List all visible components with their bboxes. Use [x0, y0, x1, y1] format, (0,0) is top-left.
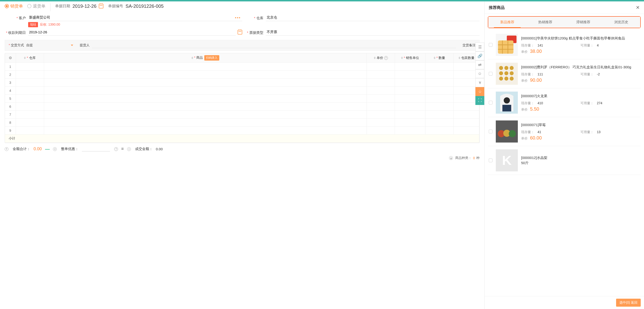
product-item[interactable]: [00000071]草莓现存量：41可用量：13单价60.00	[488, 117, 641, 146]
final-icon: ⊙	[127, 147, 131, 151]
selected-return-button[interactable]: 选中(0) 返回	[616, 299, 641, 307]
table-row[interactable]: 3	[5, 79, 479, 87]
col-warehouse[interactable]: 仓库	[29, 56, 36, 60]
customer-label: 客户	[19, 16, 26, 20]
table-row[interactable]: 9	[5, 127, 479, 135]
final-label: 成交金额：	[135, 147, 153, 151]
return-order-label: 退货单	[33, 3, 46, 9]
table-row[interactable]: 1	[5, 63, 479, 71]
pay-now-badge: 现结	[28, 22, 38, 27]
product-title: [0000002]费列罗（FERRERO） 巧克力礼盒装生日礼物礼盒装01-30…	[521, 65, 640, 70]
product-item[interactable]: K[0000012]水晶梨50斤	[488, 146, 641, 175]
customer-input[interactable]	[28, 14, 242, 21]
svg-rect-1	[498, 40, 513, 54]
currency-icon: ¥	[5, 147, 8, 151]
svg-point-11	[510, 77, 514, 81]
doc-type-selector: 销货单 退货单	[5, 3, 50, 11]
product-avail: 13	[597, 130, 600, 134]
tab-1[interactable]: 热销推荐	[526, 17, 564, 28]
col-product[interactable]: 商品	[196, 56, 203, 59]
total-value: 0.00	[34, 147, 42, 151]
delivery-method-value: 自提	[26, 43, 33, 48]
picker-input[interactable]	[92, 43, 456, 48]
product-checkbox[interactable]	[489, 158, 492, 162]
product-item[interactable]: [0000001]华美华夫软饼1200g 糕点零食小吃手撕面包早餐休闲食品现存量…	[488, 31, 641, 59]
doc-no-label: 单据编号	[108, 4, 123, 9]
final-value: 0.00	[156, 147, 163, 151]
table-row[interactable]: 6	[5, 103, 479, 111]
svg-point-6	[499, 71, 503, 75]
customer-lookup-icon[interactable]: •••	[235, 16, 241, 21]
product-item[interactable]: [0000007]火龙果现存量：410可用量：274单价5.50	[488, 88, 641, 117]
tab-0[interactable]: 新品推荐	[488, 17, 526, 28]
svg-point-4	[504, 66, 508, 70]
tool-refresh-icon[interactable]: ⇄	[476, 60, 484, 69]
svg-point-7	[504, 71, 508, 75]
product-price: 60.00	[530, 135, 542, 141]
tool-money-icon[interactable]: ￥	[476, 78, 484, 87]
product-checkbox[interactable]	[489, 130, 492, 133]
help-icon[interactable]: ?	[384, 56, 388, 60]
product-title: [0000001]华美华夫软饼1200g 糕点零食小吃手撕面包早餐休闲食品	[521, 36, 640, 41]
product-avail: -2	[597, 72, 600, 77]
scan-entry-button[interactable]: 扫码录入	[204, 55, 219, 61]
delivery-note-label: 交货备注	[462, 43, 476, 48]
kinds-value: 0	[473, 156, 475, 160]
calendar-icon[interactable]	[99, 4, 104, 9]
radio-icon	[27, 4, 32, 8]
product-title: [0000007]火龙果	[521, 94, 640, 99]
table-row[interactable]: 5	[5, 95, 479, 103]
doc-date-value[interactable]: 2019-12-26	[72, 4, 96, 9]
product-checkbox[interactable]	[489, 101, 492, 105]
close-icon[interactable]: ✕	[636, 5, 640, 10]
svg-text:K: K	[502, 153, 512, 168]
col-price[interactable]: 单价	[377, 56, 383, 60]
tab-3[interactable]: 浏览历史	[602, 17, 640, 28]
product-avail: 274	[597, 101, 602, 105]
table-row[interactable]: 7	[5, 111, 479, 119]
tab-2[interactable]: 滞销推荐	[564, 17, 602, 28]
calendar-icon[interactable]	[238, 30, 242, 35]
table-row[interactable]: 2	[5, 71, 479, 79]
col-unit[interactable]: 销售单位	[406, 56, 419, 60]
product-stock: 111	[538, 72, 543, 77]
product-title: [0000012]水晶梨	[521, 155, 640, 161]
gear-icon[interactable]: ⚙	[9, 56, 12, 60]
discount-icon: ⊘	[53, 147, 57, 151]
help-icon[interactable]: ?	[114, 147, 118, 151]
kinds-suffix: 种	[476, 156, 480, 160]
col-qty[interactable]: 数量	[438, 56, 445, 60]
svg-point-9	[499, 77, 503, 81]
tool-link-icon[interactable]: 🔗	[476, 52, 484, 60]
return-order-radio[interactable]: 退货单	[27, 3, 46, 9]
product-thumbnail	[496, 92, 518, 114]
product-checkbox[interactable]	[489, 72, 492, 76]
due-date-input[interactable]	[28, 29, 236, 36]
table-row[interactable]: 8	[5, 119, 479, 127]
invoice-type-label: 票据类型	[249, 31, 263, 35]
product-item[interactable]: [0000002]费列罗（FERRERO） 巧克力礼盒装生日礼物礼盒装01-30…	[488, 59, 641, 88]
col-pack-qty[interactable]: 包装数量	[461, 56, 474, 60]
tool-star-icon[interactable]: ☆	[476, 87, 484, 96]
doc-no-value: SA-20191226-005	[126, 4, 164, 9]
tool-expand-icon[interactable]: ⛶	[476, 96, 484, 105]
tool-person-icon[interactable]: ☺	[476, 69, 484, 78]
tool-doc-icon[interactable]: ☰	[476, 43, 484, 52]
side-panel-title: 推荐商品	[489, 5, 505, 10]
picker-label: 提货人	[80, 43, 90, 48]
product-stock: 41	[538, 130, 541, 134]
product-price: 38.00	[530, 49, 542, 54]
product-checkbox[interactable]	[489, 43, 492, 47]
svg-point-13	[504, 97, 510, 103]
invoice-type-input[interactable]	[266, 29, 480, 36]
svg-point-10	[504, 77, 508, 81]
radio-icon	[5, 4, 9, 8]
delivery-method-select[interactable]: 自提	[26, 43, 73, 48]
table-row[interactable]: 4	[5, 87, 479, 95]
doc-date-label: 单据日期	[55, 4, 70, 9]
sales-order-radio[interactable]: 销货单	[5, 3, 23, 9]
equals-icon: =	[121, 147, 124, 151]
discount-input[interactable]	[82, 147, 110, 151]
warehouse-input[interactable]	[266, 14, 480, 21]
delivery-method-label: 交货方式	[11, 43, 24, 47]
